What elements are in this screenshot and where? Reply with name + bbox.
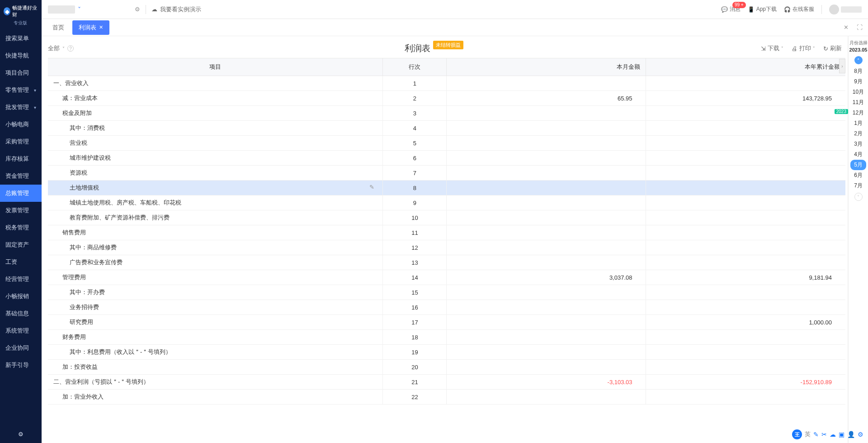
chevron-down-icon: ▾ <box>34 105 36 110</box>
filter-dropdown[interactable]: 全部 ˅ ? <box>48 44 74 52</box>
nav-item-18[interactable]: 企业协同 <box>0 339 42 357</box>
table-row[interactable]: 其中：利息费用（收入以＂-＂号填列）19 <box>48 345 845 360</box>
cell-item: 其中：开办费 <box>48 285 383 300</box>
table-row[interactable]: 城镇土地使用税、房产税、车船税、印花税9 <box>48 195 845 210</box>
nav-item-16[interactable]: 基础信息 <box>0 305 42 322</box>
table-row[interactable]: 加：投资收益20 <box>48 360 845 375</box>
table-row[interactable]: 销售费用11 <box>48 225 845 240</box>
sidebar-settings-button[interactable]: ⚙ <box>0 425 42 443</box>
nav-item-11[interactable]: 税务管理 <box>0 219 42 236</box>
dock-tool-4[interactable]: ▣ <box>839 431 844 438</box>
table-row[interactable]: 业务招待费16 <box>48 300 845 315</box>
nav-item-17[interactable]: 系统管理 <box>0 322 42 339</box>
nav-item-14[interactable]: 经营管理 <box>0 271 42 288</box>
cell-item: 资源税 <box>48 166 383 181</box>
cell-item: 其中：消费税 <box>48 121 383 136</box>
refresh-button[interactable]: ↻ 刷新 <box>823 44 842 52</box>
cell-year: -152,910.89 <box>646 375 845 390</box>
month-scroll-down-button[interactable]: ˅ <box>854 193 863 201</box>
ime-indicator[interactable]: 王 <box>792 429 802 439</box>
table-row[interactable]: 减：营业成本265.95143,728.95 <box>48 91 845 106</box>
table-row[interactable]: 税金及附加3 <box>48 106 845 121</box>
download-button[interactable]: ⇲ 下载 ˅ <box>761 44 783 52</box>
nav-item-1[interactable]: 快捷导航 <box>0 47 42 64</box>
demo-link[interactable]: ☁ 我要看实例演示 <box>151 5 201 14</box>
nav-item-0[interactable]: 搜索菜单 <box>0 30 42 47</box>
month-item[interactable]: 6月 <box>849 170 868 181</box>
cell-year <box>646 255 845 270</box>
cell-row: 19 <box>383 345 447 360</box>
nav-item-8[interactable]: 资金管理 <box>0 167 42 185</box>
dock-tool-6[interactable]: ⚙ <box>858 431 863 438</box>
help-icon[interactable]: ? <box>67 45 74 52</box>
table-row[interactable]: 管理费用143,037.089,181.94 <box>48 270 845 285</box>
nav-item-label: 小畅报销 <box>5 292 29 300</box>
month-item[interactable]: 9月 <box>849 76 868 87</box>
month-item[interactable]: 1月 <box>849 118 868 129</box>
table-row[interactable]: 一、营业收入1 <box>48 76 845 91</box>
table-row[interactable]: 其中：开办费15 <box>48 285 845 300</box>
table-row[interactable]: 营业税5 <box>48 136 845 151</box>
nav-item-label: 企业协同 <box>5 344 29 352</box>
month-item[interactable]: 3月 <box>849 139 868 149</box>
nav-item-6[interactable]: 采购管理 <box>0 133 42 150</box>
month-item[interactable]: 4月 <box>849 149 868 160</box>
month-scroll-up-button[interactable]: ˄ <box>854 56 863 64</box>
org-selector[interactable]: ˅ <box>48 5 129 14</box>
table-row[interactable]: 城市维护建设税6 <box>48 151 845 166</box>
dock-tool-1[interactable]: ✎ <box>813 431 819 438</box>
nav-item-19[interactable]: 新手引导 <box>0 357 42 374</box>
online-service-button[interactable]: 🎧 在线客服 <box>784 5 814 13</box>
nav-item-2[interactable]: 项目合同 <box>0 64 42 81</box>
tab-profit-report[interactable]: 利润表 ✕ <box>72 20 109 35</box>
report-table-container[interactable]: 项目 行次 本月金额 本年累计金额 一、营业收入1减：营业成本265.95143… <box>48 58 845 443</box>
month-item[interactable]: 7月 <box>849 181 868 191</box>
nav-item-3[interactable]: 零售管理▾ <box>0 81 42 99</box>
tab-bar: 首页 利润表 ✕ ✕ ⛶ <box>42 19 868 36</box>
table-row[interactable]: 教育费附加、矿产资源补偿费、排污费10 <box>48 210 845 225</box>
table-row[interactable]: 资源税7 <box>48 166 845 181</box>
edit-icon[interactable]: ✎ <box>369 184 374 191</box>
table-row[interactable]: 广告费和业务宣传费13 <box>48 255 845 270</box>
refresh-label: 刷新 <box>830 44 842 52</box>
nav-item-13[interactable]: 工资 <box>0 253 42 271</box>
table-row[interactable]: 二、营业利润（亏损以＂-＂号填列）21-3,103.03-152,910.89 <box>48 375 845 390</box>
cell-year <box>646 151 845 166</box>
dock-tool-5[interactable]: 👤 <box>847 431 855 438</box>
table-row[interactable]: 土地增值税✎8 <box>48 181 845 195</box>
print-button[interactable]: 🖨 打印 ˅ <box>792 44 815 52</box>
nav-item-7[interactable]: 库存核算 <box>0 150 42 167</box>
expand-panel-button[interactable]: › <box>839 59 845 73</box>
month-item[interactable]: 11月 <box>849 97 868 108</box>
close-tab-button[interactable]: ✕ <box>841 23 851 33</box>
month-item[interactable]: 10月 <box>849 87 868 97</box>
nav-item-5[interactable]: 小畅电商 <box>0 116 42 133</box>
user-menu[interactable] <box>829 5 862 14</box>
table-row[interactable]: 其中：消费税4 <box>48 121 845 136</box>
fullscreen-button[interactable]: ⛶ <box>854 23 864 33</box>
month-item[interactable]: 12月2023 <box>849 108 868 118</box>
dock-tool-2[interactable]: ✂ <box>821 431 827 438</box>
org-settings-button[interactable]: ⚙ <box>135 6 140 13</box>
month-item[interactable]: 8月 <box>849 66 868 76</box>
table-row[interactable]: 财务费用18 <box>48 330 845 345</box>
ime-lang[interactable]: 英 <box>805 430 811 438</box>
cell-item: 广告费和业务宣传费 <box>48 255 383 270</box>
tab-home[interactable]: 首页 <box>46 20 71 35</box>
messages-button[interactable]: 💬 消息 99 + <box>721 5 741 13</box>
table-row[interactable]: 加：营业外收入22 <box>48 390 845 405</box>
nav-item-15[interactable]: 小畅报销 <box>0 288 42 305</box>
nav-item-9[interactable]: 总账管理 <box>0 185 42 202</box>
sidebar: ◆ 畅捷通好业财 专业版 搜索菜单快捷导航项目合同零售管理▾批发管理▾小畅电商采… <box>0 0 42 443</box>
table-row[interactable]: 研究费用171,000.00 <box>48 315 845 330</box>
nav-item-10[interactable]: 发票管理 <box>0 202 42 219</box>
dock-tool-3[interactable]: ☁ <box>830 431 836 438</box>
close-icon[interactable]: ✕ <box>99 24 103 30</box>
month-item[interactable]: 2月 <box>849 129 868 139</box>
app-download-button[interactable]: 📱 App下载 <box>748 5 777 13</box>
nav-item-12[interactable]: 固定资产 <box>0 236 42 253</box>
nav-item-4[interactable]: 批发管理▾ <box>0 99 42 116</box>
table-row[interactable]: 其中：商品维修费12 <box>48 240 845 255</box>
month-item[interactable]: 5月 <box>850 160 866 170</box>
cell-month <box>447 315 646 330</box>
